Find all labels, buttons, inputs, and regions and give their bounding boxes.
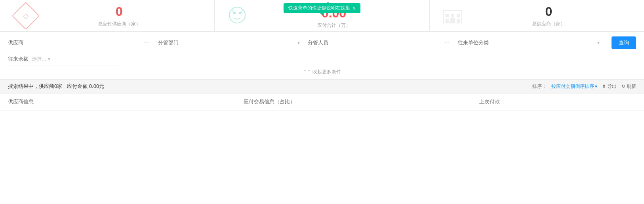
svg-rect-5: [451, 14, 454, 17]
results-actions: 排序： 按应付会额倒序排序 ▾ ⬆ 导出 ↻ 刷新: [532, 83, 636, 90]
svg-point-0: [229, 7, 245, 23]
stats-bar: ◇ 0 总应付供应商（家） 快速录单的快捷键说明在这里 ×: [0, 0, 644, 32]
refresh-label: 刷新: [627, 83, 636, 90]
table-col-supplier: 供应商信息: [8, 98, 244, 105]
balance-select-wrapper: 选择... ▾: [32, 55, 119, 63]
svg-rect-8: [457, 19, 460, 23]
results-amount-text: 应付金额 0.00元: [67, 83, 104, 90]
filter-supplier: 供应商 ···: [8, 39, 150, 49]
export-label: 导出: [607, 83, 617, 90]
results-supplier-text: 搜索结果中，供应商0家: [8, 83, 62, 90]
sort-label: 排序：: [532, 83, 547, 90]
sort-option-text: 按应付会额倒序排序: [551, 83, 594, 90]
table-col-transaction: 应付交易信息（占比）: [244, 98, 479, 105]
department-input[interactable]: [182, 40, 295, 46]
table-header: 供应商信息 应付交易信息（占比） 上次付款: [0, 93, 644, 111]
balance-label: 往来余额: [8, 55, 29, 63]
svg-rect-6: [457, 14, 460, 17]
table-body: [0, 111, 644, 204]
department-label: 分管部门: [158, 39, 179, 46]
payable-suppliers-label: 总应付供应商（家）: [98, 21, 141, 27]
unit-category-arrow-icon[interactable]: ▾: [597, 40, 600, 46]
svg-point-2: [239, 12, 241, 14]
person-label: 分管人员: [308, 39, 328, 46]
tooltip-close-button[interactable]: ×: [352, 6, 356, 11]
svg-rect-7: [446, 19, 449, 23]
refresh-button[interactable]: ↻ 刷新: [621, 83, 636, 90]
filter-person: 分管人员 ···: [308, 39, 450, 49]
filter-department: 分管部门 ▾: [158, 39, 300, 49]
supplier-label: 供应商: [8, 39, 28, 46]
person-input[interactable]: [332, 40, 441, 46]
export-icon: ⬆: [602, 84, 606, 89]
search-button[interactable]: 查询: [612, 36, 636, 49]
diamond-icon: ◇: [16, 6, 36, 26]
department-arrow-icon[interactable]: ▾: [297, 40, 300, 46]
collapse-label: 收起更多条件: [312, 69, 341, 75]
unit-category-input[interactable]: [492, 40, 594, 46]
sort-select[interactable]: 按应付会额倒序排序 ▾: [551, 83, 597, 90]
unit-category-label: 往来单位分类: [458, 39, 489, 46]
export-button[interactable]: ⬆ 导出: [602, 83, 617, 90]
stats-total-suppliers: 0 总供应商（家）: [430, 0, 644, 31]
supplier-input[interactable]: [31, 40, 141, 46]
payable-suppliers-number: 0: [98, 4, 141, 19]
person-more-icon[interactable]: ···: [444, 39, 450, 46]
stats-total-payable-suppliers: ◇ 0 总应付供应商（家）: [0, 0, 215, 31]
filter-unit-category: 往来单位分类 ▾: [458, 39, 600, 49]
filter-balance: 往来余额 选择... ▾: [8, 55, 119, 65]
balance-arrow-icon[interactable]: ▾: [48, 56, 50, 62]
total-suppliers-label: 总供应商（家）: [532, 21, 565, 27]
svg-rect-4: [446, 14, 449, 17]
filter-row-2: 往来余额 选择... ▾: [8, 55, 636, 65]
collapse-button[interactable]: ⌃⌃ 收起更多条件: [303, 69, 341, 75]
search-button-wrapper: 查询: [612, 36, 636, 51]
filter-area: 供应商 ··· 分管部门 ▾ 分管人员 ··· 往来单位分类 ▾ 查询: [0, 32, 644, 80]
payable-total-label: 应付合计（万）: [317, 22, 351, 29]
supplier-more-icon[interactable]: ···: [145, 39, 150, 46]
building-icon: [442, 6, 463, 25]
results-bar: 搜索结果中，供应商0家 应付金额 0.00元 排序： 按应付会额倒序排序 ▾ ⬆…: [0, 80, 644, 93]
collapse-arrow-icon: ⌃⌃: [303, 69, 311, 75]
quick-entry-tooltip: 快速录单的快捷键说明在这里 ×: [284, 3, 360, 13]
cat-icon: [227, 4, 248, 27]
results-summary: 搜索结果中，供应商0家 应付金额 0.00元: [8, 83, 104, 90]
stats-payable-total: 快速录单的快捷键说明在这里 × 0.00 应付合计（万）: [215, 0, 429, 31]
table-col-last-payment: 上次付款: [479, 98, 636, 105]
tooltip-text: 快速录单的快捷键说明在这里: [288, 5, 350, 11]
filter-row-1: 供应商 ··· 分管部门 ▾ 分管人员 ··· 往来单位分类 ▾ 查询: [8, 36, 636, 51]
refresh-icon: ↻: [621, 84, 625, 89]
sort-arrow-icon: ▾: [595, 84, 597, 89]
balance-placeholder: 选择...: [32, 55, 46, 63]
svg-rect-9: [450, 18, 455, 23]
total-suppliers-number: 0: [532, 4, 565, 19]
